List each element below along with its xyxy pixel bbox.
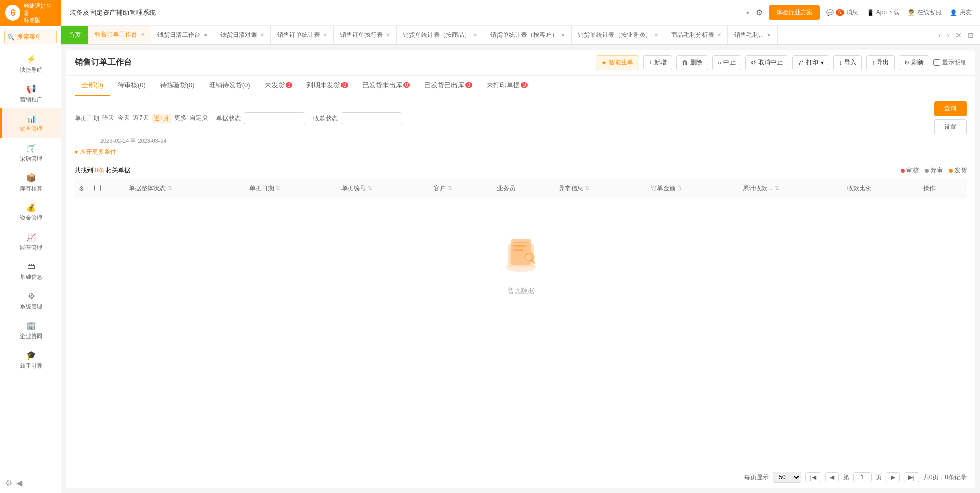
tab-salesperson-stats[interactable]: 销货单统计表（按业务员） ✕ <box>572 26 665 45</box>
close-tab-execute-icon[interactable]: ✕ <box>386 32 390 38</box>
pagination: 每页显示 50 100 200 |◀ ◀ 第 页 ▶ ▶| 共0页，0条记录 <box>66 466 975 488</box>
expand-filter-button[interactable]: ▾ 展开更多条件 <box>75 148 967 156</box>
smart-create-button[interactable]: ★ 智能生单 <box>596 55 639 70</box>
week-shortcut[interactable]: 近7天 <box>133 114 149 123</box>
online-service-button[interactable]: 👨‍💼 在线客服 <box>907 8 942 17</box>
select-all-checkbox[interactable] <box>94 185 101 191</box>
sub-tab-overdue[interactable]: 到期未发货 0 <box>300 76 355 96</box>
close-all-tabs-icon[interactable]: ✕ <box>953 30 964 40</box>
more-shortcut[interactable]: 更多 <box>174 114 187 123</box>
add-button[interactable]: + 新增 <box>643 55 672 70</box>
close-tab-stats-icon[interactable]: ✕ <box>323 32 327 38</box>
export-button[interactable]: ↑ 导出 <box>866 55 895 70</box>
payment-select[interactable] <box>341 112 402 124</box>
industry-solution-button[interactable]: 体验行业方案 <box>769 5 820 20</box>
sidebar-item-enterprise[interactable]: 🏢 企业协同 <box>0 316 61 345</box>
stats-tab-label: 销售订单统计表 <box>277 31 320 39</box>
page-size-select[interactable]: 50 100 200 <box>773 472 801 483</box>
sub-tab-shipped-out[interactable]: 已发货已出库 0 <box>417 76 480 96</box>
tab-execute[interactable]: 销售订单执行表 ✕ <box>334 26 397 45</box>
today-shortcut[interactable]: 今天 <box>118 114 130 123</box>
sub-tab-not-printed[interactable]: 未打印单据 0 <box>480 76 535 96</box>
close-tab-reconcile-icon[interactable]: ✕ <box>260 32 264 38</box>
query-button[interactable]: 查询 <box>934 101 967 116</box>
col-number[interactable]: 单据编号 ⇅ <box>337 179 429 198</box>
status-select[interactable] <box>244 112 305 124</box>
sub-tab-pending-check[interactable]: 待拣验货(0) <box>153 76 202 96</box>
prev-page-button[interactable]: ◀ <box>825 472 839 482</box>
col-customer[interactable]: 客户 ⇅ <box>429 179 493 198</box>
messages-button[interactable]: 💬 6 消息 <box>826 8 858 17</box>
next-page-button[interactable]: ▶ <box>886 472 900 482</box>
col-amount[interactable]: 订单金额 ⇅ <box>647 179 739 198</box>
tab-sales-margin[interactable]: 销售毛利... ✕ <box>728 26 778 45</box>
sidebar-item-sales[interactable]: 📊 销售管理 <box>0 108 61 138</box>
review-action-button[interactable]: 审核 <box>901 166 919 175</box>
tab-customer-stats[interactable]: 销货单统计表（按客户） ✕ <box>484 26 572 45</box>
sidebar-item-basic[interactable]: 🗃 基础信息 <box>0 257 61 286</box>
tab-daily-clear[interactable]: 钱货日清工作台 ✕ <box>151 26 214 45</box>
close-tab-sales-order-icon[interactable]: ✕ <box>141 32 145 37</box>
user-menu-button[interactable]: 👤 用友 <box>950 8 972 17</box>
workbench-header: 销售订单工作台 ★ 智能生单 + 新增 🗑 删除 ○ 中止 <box>66 50 975 76</box>
close-tab-margin-icon[interactable]: ✕ <box>717 32 721 38</box>
results-count-number: 0条 <box>95 167 104 174</box>
ship-action-button[interactable]: 发货 <box>949 166 967 175</box>
refresh-button[interactable]: ↻ 刷新 <box>899 55 929 70</box>
tab-margin[interactable]: 商品毛利分析表 ✕ <box>665 26 728 45</box>
tab-bar: 首页 销售订单工作台 ✕ 钱货日清工作台 ✕ 钱货日清对账 ✕ 销售订单统计表 … <box>61 26 980 45</box>
sidebar-item-label: 采购管理 <box>20 155 42 163</box>
sidebar-item-guide[interactable]: 🎓 新手引导 <box>0 345 61 375</box>
tab-reconcile[interactable]: 钱货日清对账 ✕ <box>214 26 271 45</box>
yesterday-shortcut[interactable]: 昨天 <box>102 114 115 123</box>
close-tab-daily-clear-icon[interactable]: ✕ <box>203 32 208 38</box>
sub-tab-all[interactable]: 全部(0) <box>75 76 110 96</box>
collapse-sidebar-icon[interactable]: ◀ <box>16 478 22 488</box>
sub-tab-shipped-not-out[interactable]: 已发货未出库 0 <box>355 76 418 96</box>
page-input[interactable] <box>853 472 872 482</box>
sidebar-item-system[interactable]: ⚙ 系统管理 <box>0 286 61 316</box>
orders-table: ⚙ 单据整体状态 ⇅ 单据日期 ⇅ <box>75 179 967 198</box>
sidebar-item-inventory[interactable]: 📦 库存核算 <box>0 168 61 197</box>
print-button[interactable]: 🖨 打印 ▾ <box>792 55 829 70</box>
close-tab-goods-icon[interactable]: ✕ <box>473 32 477 38</box>
tab-stats[interactable]: 销售订单统计表 ✕ <box>271 26 334 45</box>
sub-tab-pending-review[interactable]: 待审核(0) <box>110 76 153 96</box>
col-date[interactable]: 单据日期 ⇅ <box>245 179 337 198</box>
month-shortcut[interactable]: 近1月 <box>152 114 172 123</box>
next-tabs-icon[interactable]: › <box>945 30 951 40</box>
sub-tab-not-shipped[interactable]: 未发货 0 <box>258 76 300 96</box>
prev-tabs-icon[interactable]: ‹ <box>937 30 943 40</box>
show-detail-checkbox[interactable] <box>933 59 940 66</box>
sidebar-item-quick-nav[interactable]: ⚡ 快捷导航 <box>0 49 61 79</box>
sidebar-item-finance[interactable]: 💰 资金管理 <box>0 197 61 227</box>
settings-icon[interactable]: ⚙ <box>756 8 763 17</box>
sidebar-item-purchase[interactable]: 🛒 采购管理 <box>0 138 61 168</box>
reject-action-button[interactable]: 弃审 <box>925 166 943 175</box>
last-page-button[interactable]: ▶| <box>904 472 919 482</box>
search-menu-button[interactable]: 🔍 搜索菜单 <box>4 30 57 44</box>
custom-shortcut[interactable]: 自定义 <box>190 114 208 123</box>
settings-gear-icon[interactable]: ⚙ <box>5 478 12 488</box>
setting-button[interactable]: 设置 <box>934 119 967 135</box>
import-button[interactable]: ↓ 导入 <box>833 55 862 70</box>
cancel-stop-button[interactable]: ↺ 取消中止 <box>745 55 788 70</box>
close-tab-sales-margin-icon[interactable]: ✕ <box>767 32 771 38</box>
sidebar-item-marketing[interactable]: 📢 营销推广 <box>0 79 61 108</box>
settings-col-icon[interactable]: ⚙ <box>79 185 84 192</box>
delete-button[interactable]: 🗑 删除 <box>676 55 708 70</box>
sidebar-item-label: 企业协同 <box>20 332 42 340</box>
app-download-button[interactable]: 📱 App下载 <box>867 8 899 17</box>
stop-button[interactable]: ○ 中止 <box>712 55 741 70</box>
sub-tab-shop-pending[interactable]: 旺铺待发货(0) <box>202 76 258 96</box>
close-tab-customer-icon[interactable]: ✕ <box>561 32 565 38</box>
first-page-button[interactable]: |◀ <box>805 472 821 482</box>
tab-sales-order[interactable]: 销售订单工作台 ✕ <box>88 26 151 45</box>
col-status[interactable]: 单据整体状态 ⇅ <box>125 179 245 198</box>
expand-tabs-icon[interactable]: ⊡ <box>966 30 976 40</box>
tab-home[interactable]: 首页 <box>61 26 88 45</box>
sidebar-item-operations[interactable]: 📈 经营管理 <box>0 227 61 257</box>
tab-goods-stats[interactable]: 销货单统计表（按商品） ✕ <box>397 26 484 45</box>
close-tab-salesperson-icon[interactable]: ✕ <box>654 32 658 38</box>
col-collected[interactable]: 累计收款... ⇅ <box>739 179 842 198</box>
